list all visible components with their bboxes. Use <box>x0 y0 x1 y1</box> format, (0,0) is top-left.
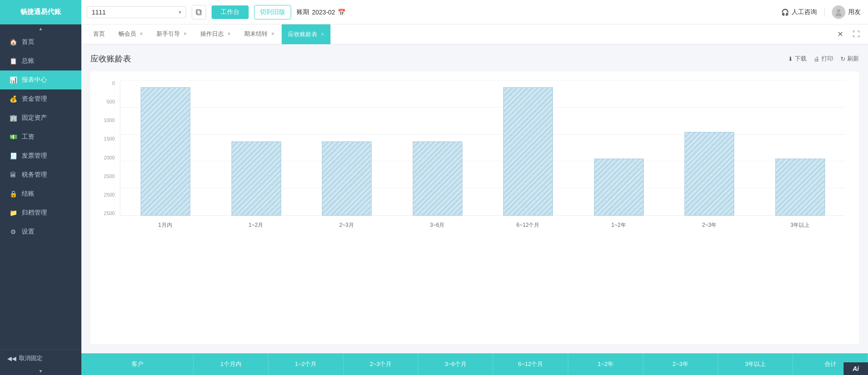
sidebar-item-ledger[interactable]: 📋 总账 <box>0 52 81 70</box>
ledger-icon: 📋 <box>9 57 17 65</box>
sidebar-label-close: 结账 <box>22 190 34 198</box>
bottom-table-header: 客户1个月内1~2个月2~3个月3~6个月6~12个月1~2年2~3年3年以上合… <box>81 353 868 375</box>
sidebar-label-ledger: 总账 <box>22 57 34 65</box>
sidebar-scroll-up[interactable]: ▲ <box>0 24 81 33</box>
cancel-fixed-button[interactable]: ◀◀ 取消固定 <box>0 350 81 367</box>
tab-home[interactable]: 首页 <box>87 24 111 44</box>
tab-close-member[interactable]: × <box>140 31 143 37</box>
table-col-header: 1个月内 <box>193 353 269 375</box>
calendar-icon[interactable]: 📅 <box>338 9 345 16</box>
bar-group-2~3月 <box>302 80 392 216</box>
y-label: 2500 <box>99 192 118 197</box>
tab-label-home: 首页 <box>93 30 105 38</box>
sidebar-item-salary[interactable]: 💵 工资 <box>0 127 81 146</box>
sidebar-label-tax: 税务管理 <box>22 171 47 179</box>
y-label: 2000 <box>99 155 118 160</box>
sidebar-item-close[interactable]: 🔒 结账 <box>0 184 81 203</box>
tab-guide[interactable]: 新手引导× <box>150 24 193 44</box>
sidebar-label-assets: 固定资产 <box>22 114 47 122</box>
sidebar-item-settings[interactable]: ⚙ 设置 <box>0 222 81 241</box>
x-label-1~2年: 1~2年 <box>573 216 664 234</box>
tab-close-guide[interactable]: × <box>184 31 187 37</box>
y-label: 1500 <box>99 136 118 141</box>
workbench-button[interactable]: 工作台 <box>212 5 249 19</box>
salary-icon: 💵 <box>9 133 17 141</box>
tax-icon: 🏛 <box>9 171 17 179</box>
page-header: 应收账龄表 ⬇ 下载 🖨 打印 ↻ 刷新 <box>90 53 859 64</box>
sidebar-bottom: ◀◀ 取消固定 <box>0 349 81 367</box>
period-label: 账期 2023-02 📅 <box>297 8 345 16</box>
sidebar-item-tax[interactable]: 🏛 税务管理 <box>0 165 81 184</box>
sidebar-item-archive[interactable]: 📁 归档管理 <box>0 203 81 222</box>
sidebar-item-assets[interactable]: 🏢 固定资产 <box>0 108 81 127</box>
refresh-icon: ↻ <box>840 56 845 62</box>
invoice-icon: 🧾 <box>9 152 17 160</box>
y-label: 1000 <box>99 117 118 123</box>
sidebar-scroll-down[interactable]: ▼ <box>0 367 81 375</box>
download-icon: ⬇ <box>788 56 793 62</box>
tab-oplog[interactable]: 操作日志× <box>194 24 237 44</box>
x-label-3~6月: 3~6月 <box>392 216 483 234</box>
sidebar-label-reports: 报表中心 <box>22 76 47 84</box>
close-icon: 🔒 <box>9 190 17 198</box>
chevron-down-icon: ▾ <box>179 9 181 15</box>
page-title: 应收账龄表 <box>90 53 131 64</box>
settings-icon: ⚙ <box>9 228 17 236</box>
bar-group-6~12个月 <box>483 80 574 216</box>
reports-icon: 📊 <box>9 76 17 84</box>
bar-group-3~6月 <box>392 80 483 216</box>
print-button[interactable]: 🖨 打印 <box>814 55 833 63</box>
chart-plot <box>120 80 845 216</box>
pin-icon: ◀◀ <box>7 355 16 362</box>
tabs-container: 首页畅会员×新手引导×操作日志×期末结转×应收账龄表× <box>87 24 330 44</box>
y-label: 2500 <box>99 211 118 216</box>
sidebar-item-funds[interactable]: 💰 资金管理 <box>0 89 81 108</box>
fullscreen-button[interactable]: ⛶ <box>850 28 863 41</box>
company-selector[interactable]: 1111 ▾ <box>87 6 186 18</box>
user-icon <box>835 8 843 16</box>
table-col-header: 客户 <box>81 353 193 375</box>
bar-group-3年以上 <box>755 80 846 216</box>
top-header: 畅捷通易代账 1111 ▾ 工作台 切到旧版 账期 2023-02 📅 🎧 人工… <box>0 0 868 24</box>
table-col-header: 2~3年 <box>643 353 718 375</box>
tab-close-ar_aging[interactable]: × <box>321 31 324 38</box>
header-divider <box>824 8 825 17</box>
switch-version-button[interactable]: 切到旧版 <box>254 5 291 19</box>
sidebar-item-reports[interactable]: 📊 报表中心 <box>0 70 81 89</box>
sidebar: ▲ 🏠 首页 📋 总账 📊 报表中心 💰 资金管理 🏢 固定资产 💵 工资 🧾 … <box>0 24 81 375</box>
y-label: 0 <box>99 80 118 86</box>
close-tab-button[interactable]: ✕ <box>834 28 846 41</box>
sidebar-item-home[interactable]: 🏠 首页 <box>0 33 81 52</box>
bar-group-1月内 <box>120 80 211 216</box>
sidebar-label-invoice: 发票管理 <box>22 152 47 160</box>
chart-wrapper: 2500250025002000150010005000 1月内1~2月2~3月… <box>99 80 845 234</box>
x-label-6~12个月: 6~12个月 <box>483 216 574 234</box>
bar-2~3月 <box>322 141 372 216</box>
svg-point-3 <box>835 13 842 16</box>
user-button[interactable]: 用友 <box>832 5 861 19</box>
refresh-button[interactable]: ↻ 刷新 <box>840 55 859 63</box>
page-content: 应收账龄表 ⬇ 下载 🖨 打印 ↻ 刷新 <box>81 44 868 353</box>
tab-ar_aging[interactable]: 应收账龄表× <box>282 24 330 44</box>
tab-close-oplog[interactable]: × <box>227 31 231 37</box>
tab-member[interactable]: 畅会员× <box>112 24 149 44</box>
tab-close-period_close[interactable]: × <box>271 31 274 37</box>
chart-y-axis: 2500250025002000150010005000 <box>99 80 118 216</box>
chart-container: 2500250025002000150010005000 1月内1~2月2~3月… <box>90 71 859 344</box>
sidebar-item-invoice[interactable]: 🧾 发票管理 <box>0 146 81 165</box>
download-button[interactable]: ⬇ 下载 <box>788 55 807 63</box>
bar-1~2年 <box>594 159 644 216</box>
tab-label-oplog: 操作日志 <box>200 30 224 38</box>
tab-period_close[interactable]: 期末结转× <box>238 24 281 44</box>
logo-area: 畅捷通易代账 <box>0 0 81 24</box>
x-label-2~3年: 2~3年 <box>664 216 755 234</box>
bar-3年以上 <box>775 159 825 216</box>
consult-button[interactable]: 🎧 人工咨询 <box>781 8 817 16</box>
bar-group-1~2年 <box>574 80 665 216</box>
sidebar-label-salary: 工资 <box>22 133 34 141</box>
copy-button[interactable] <box>192 5 206 19</box>
header-right: 🎧 人工咨询 用友 <box>781 5 861 19</box>
x-label-3年以上: 3年以上 <box>755 216 845 234</box>
bar-1月内 <box>141 87 190 216</box>
sidebar-label-settings: 设置 <box>22 228 34 236</box>
